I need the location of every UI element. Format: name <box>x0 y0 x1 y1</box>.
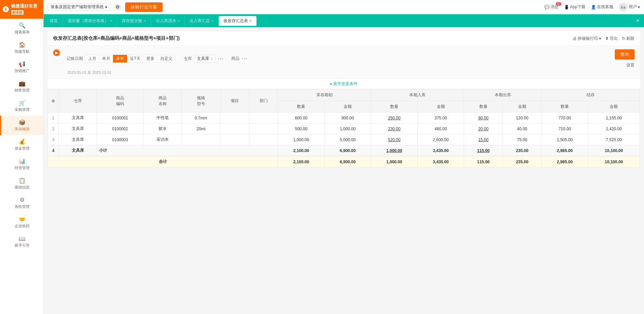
table-row: 3 文具库 0100003 采访本 1,000.00 5,000.00 520.… <box>48 134 640 145</box>
date-btn-this-year[interactable]: 本年 <box>113 55 127 63</box>
warehouse-dots[interactable]: ··· <box>218 56 223 62</box>
message-icon: 💬 <box>544 5 549 10</box>
logo-badge: 6 <box>3 6 9 12</box>
th-project: 项目 <box>220 89 249 113</box>
date-btn-custom[interactable]: 自定义 <box>157 55 176 63</box>
tab-inout-summary[interactable]: 出入库汇总 × <box>185 16 218 26</box>
main-table: ⚙ 仓库 商品编码 商品名称 规格型号 项目 部门 库存期初 本期入库 本期出库… <box>48 89 640 167</box>
cell-closing-qty: 770.00 <box>542 113 588 123</box>
cell-goods-code: 0100002 <box>97 123 144 134</box>
try-solution-button[interactable]: 体验行业方案 <box>125 2 163 12</box>
cell-goods-name: 采访本 <box>143 134 181 145</box>
expand-arrow[interactable]: ▶ <box>53 49 60 56</box>
tab-inventory-dist-close[interactable]: × <box>110 19 112 23</box>
online-service-label: 在线客服 <box>597 4 613 10</box>
avatar: Ea <box>619 3 628 12</box>
cell-out-amt: 75.00 <box>503 134 542 145</box>
tab-receive-summary-close[interactable]: × <box>249 19 251 23</box>
sidebar-item-purchase[interactable]: 🛒采购管理 <box>0 96 43 116</box>
sidebar-item-marketing[interactable]: 📢营销推广 <box>0 57 43 77</box>
tabs-close-all[interactable]: × <box>633 18 643 24</box>
warehouse-remove[interactable]: × <box>211 57 213 61</box>
sidebar-label-guide: 新手引导 <box>15 243 30 248</box>
sidebar-item-finance[interactable]: 💰资金管理 <box>0 135 43 154</box>
tab-inout-summary-close[interactable]: × <box>211 19 213 23</box>
cell-in-qty[interactable]: 250.00 <box>371 113 417 123</box>
sidebar-label-search: 搜索菜单 <box>15 30 30 35</box>
cell-in-qty[interactable]: 230.00 <box>371 123 417 134</box>
export-button[interactable]: ⬆ 导出 <box>605 36 618 42</box>
sidebar-item-cooperation[interactable]: 🤝企业协同 <box>0 213 43 232</box>
cell-out-qty[interactable]: 15.00 <box>464 134 503 145</box>
cell-no: 1 <box>48 113 59 123</box>
cell-opening-qty: 600.00 <box>278 113 325 123</box>
sidebar-item-quick-nav[interactable]: 🏠快捷导航 <box>0 38 43 57</box>
date-btn-this-month[interactable]: 本月 <box>99 55 113 63</box>
refresh-button[interactable]: ↻ 刷新 <box>622 36 634 42</box>
cell-department <box>249 134 278 145</box>
sidebar-item-operations[interactable]: 📊经营管理 <box>0 154 43 174</box>
tab-home[interactable]: 首页 <box>45 16 63 26</box>
cell-no: 3 <box>48 134 59 145</box>
th-settings[interactable]: ⚙ <box>48 89 59 113</box>
online-service-item[interactable]: 👤 在线客服 <box>591 4 613 10</box>
inventory-icon: 📦 <box>19 119 26 126</box>
cell-no: 2 <box>48 123 59 134</box>
tab-inout-flow[interactable]: 出入库流水 × <box>151 16 185 26</box>
app-download-label: App下载 <box>570 4 585 10</box>
sidebar-item-basic-info[interactable]: 📋基础信息 <box>0 174 43 193</box>
tab-batch-close[interactable]: × <box>144 19 146 23</box>
cell-closing-qty: 710.00 <box>542 123 588 134</box>
sidebar-item-sales[interactable]: 💼销售管理 <box>0 77 43 96</box>
cell-project <box>220 134 249 145</box>
finance-icon: 💰 <box>19 138 26 145</box>
content-area: 收发存汇总表(按仓库+商品编码+商品+规格型号+项目+部门) 🖨 拆镶板打印 ▾… <box>44 27 644 314</box>
cooperation-icon: 🤝 <box>19 216 26 222</box>
tab-inout-flow-close[interactable]: × <box>178 19 180 23</box>
tab-receive-summary[interactable]: 收发存汇总表 × <box>219 16 257 26</box>
cell-out-qty[interactable]: 80.00 <box>464 113 503 123</box>
sidebar-item-inventory[interactable]: 📦库存核算 <box>0 116 43 135</box>
th-opening-qty: 数量 <box>278 101 325 113</box>
query-button[interactable]: 查询 <box>615 49 634 60</box>
sidebar-item-guide[interactable]: 📖新手引导 <box>0 232 43 251</box>
cell-opening-qty: 500.00 <box>278 123 325 134</box>
cell-in-qty[interactable]: 520.00 <box>371 134 417 145</box>
topbar-right: 💬 消息 6 📱 App下载 👤 在线客服 Ea 用户 ▾ <box>544 3 640 12</box>
goods-dots[interactable]: ··· <box>242 56 247 62</box>
print-button[interactable]: 🖨 拆镶板打印 ▾ <box>573 36 601 42</box>
print-arrow: ▾ <box>599 36 601 41</box>
cell-out-qty[interactable]: 20.00 <box>464 123 503 134</box>
system-select[interactable]: 装备及固定资产辅助管理系统 ▾ <box>48 3 110 11</box>
sidebar-nav: 🔍搜索菜单🏠快捷导航📢营销推广💼销售管理🛒采购管理📦库存核算💰资金管理📊经营管理… <box>0 19 43 314</box>
tab-batch[interactable]: 库存批次账 × <box>117 16 151 26</box>
user-arrow: ▾ <box>638 5 640 10</box>
tab-inventory-dist[interactable]: 现存量（库存分布表） × <box>63 16 117 26</box>
expand-filter[interactable]: ▾ 展开更多条件 <box>48 79 640 89</box>
cell-project <box>220 123 249 134</box>
column-settings-icon[interactable]: ⚙ <box>51 99 55 103</box>
th-in-amt: 金额 <box>417 101 464 113</box>
cell-closing-amt: 1,420.00 <box>588 123 640 134</box>
tab-inout-summary-label: 出入库汇总 <box>189 18 210 24</box>
sidebar-item-search[interactable]: 🔍搜索菜单 <box>0 19 43 38</box>
date-btn-7days[interactable]: 近7天 <box>127 55 143 63</box>
cell-department <box>249 123 278 134</box>
filter-settings-button[interactable]: 设置 <box>626 62 634 68</box>
date-label: 记账日期 <box>67 56 83 62</box>
page-header: 收发存汇总表(按仓库+商品编码+商品+规格型号+项目+部门) 🖨 拆镶板打印 ▾… <box>48 31 640 46</box>
total-closing-qty: 2,985.00 <box>542 156 588 167</box>
settings-icon[interactable]: ⚙ <box>114 4 121 11</box>
warehouse-label: 仓库 <box>184 56 192 62</box>
logo-tag: 标准版 <box>11 10 24 15</box>
th-out-qty: 数量 <box>464 101 503 113</box>
sidebar-item-system[interactable]: ⚙系统管理 <box>0 193 43 213</box>
date-btn-more[interactable]: 更多 <box>143 55 157 63</box>
sidebar-label-inventory: 库存核算 <box>15 127 30 132</box>
messages-item[interactable]: 💬 消息 6 <box>544 4 559 10</box>
app-download-item[interactable]: 📱 App下载 <box>564 4 585 10</box>
th-opening-amt: 金额 <box>325 101 371 113</box>
user-item[interactable]: Ea 用户 ▾ <box>619 3 640 12</box>
date-btn-last-month[interactable]: 上月 <box>85 55 99 63</box>
th-goods-name: 商品名称 <box>143 89 181 113</box>
